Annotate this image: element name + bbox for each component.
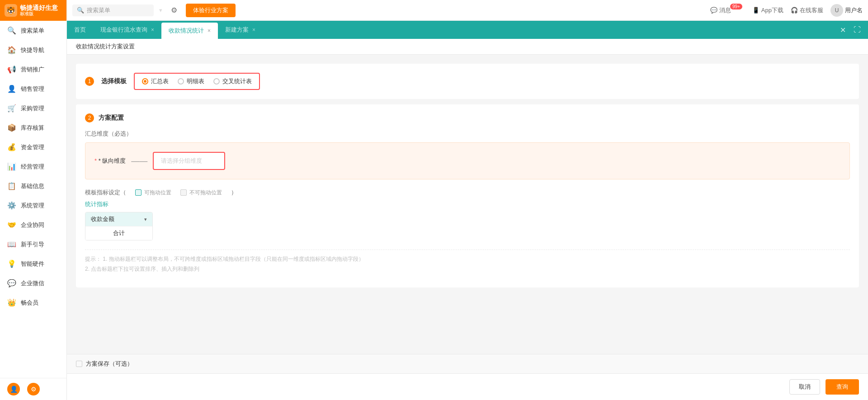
sidebar-item-8[interactable]: 📋 基础信息 <box>0 176 66 196</box>
step1-badge: 1 <box>85 77 94 86</box>
topbar-divider: ▾ <box>159 7 162 14</box>
logo: 🐯 畅捷通好生意 标准版 <box>0 0 66 21</box>
tab-payment-stats-close[interactable]: × <box>208 28 211 34</box>
metrics-table-row: 合计 <box>85 226 152 240</box>
metrics-table-header[interactable]: 收款金额 ▾ <box>85 212 152 226</box>
step2-label: 方案配置 <box>99 114 124 122</box>
sidebar-icon-8: 📋 <box>7 182 16 190</box>
radio-summary[interactable]: 汇总表 <box>142 77 169 85</box>
sidebar-item-12[interactable]: 💡 智能硬件 <box>0 254 66 273</box>
sidebar-icon-6: 💰 <box>7 143 16 151</box>
close-tab-button[interactable]: ✕ <box>837 24 848 35</box>
sidebar-item-3[interactable]: 👤 销售管理 <box>0 79 66 99</box>
sidebar-item-11[interactable]: 📖 新手引导 <box>0 235 66 254</box>
support-button[interactable]: 🎧 在线客服 <box>791 6 823 14</box>
sidebar-bottom-icon1[interactable]: 👤 <box>7 383 20 395</box>
step2-header: 2 方案配置 <box>85 113 850 122</box>
trial-button[interactable]: 体验行业方案 <box>186 4 236 17</box>
sidebar-item-5[interactable]: 📦 库存核算 <box>0 118 66 137</box>
app-name: 畅捷通好生意 <box>20 4 58 12</box>
sidebar-label-9: 系统管理 <box>21 202 44 210</box>
topbar-search[interactable]: 🔍 搜索菜单 <box>72 5 154 16</box>
query-button[interactable]: 查询 <box>826 379 859 395</box>
sidebar-item-2[interactable]: 📢 营销推广 <box>0 60 66 79</box>
download-label: App下载 <box>761 6 783 14</box>
sidebar-item-6[interactable]: 💰 资金管理 <box>0 137 66 157</box>
sidebar-item-10[interactable]: 🤝 企业协同 <box>0 215 66 235</box>
user-area[interactable]: U 用户名 <box>830 4 863 17</box>
tab-new-plan-close[interactable]: × <box>252 27 255 33</box>
settings-icon[interactable]: ⚙ <box>168 4 180 17</box>
sidebar-label-10: 企业协同 <box>21 221 44 229</box>
save-checkbox[interactable] <box>76 361 82 367</box>
notification-badge: 99+ <box>730 4 742 9</box>
sidebar-label-8: 基础信息 <box>21 182 44 190</box>
avatar: U <box>830 4 843 17</box>
sidebar-nav: 🔍 搜索菜单 🏠 快捷导航 📢 营销推广 👤 销售管理 🛒 采购管理 📦 库存核… <box>0 21 66 378</box>
required-mark: * <box>94 157 97 164</box>
radio-cross-label: 交叉统计表 <box>222 77 252 85</box>
sidebar-bottom-icon2[interactable]: ⚙ <box>27 383 40 395</box>
sidebar-icon-12: 💡 <box>7 259 16 268</box>
cancel-button[interactable]: 取消 <box>789 379 820 395</box>
notification-button[interactable]: 💬 消息 99+ <box>710 6 745 14</box>
maximize-button[interactable]: ⛶ <box>852 24 863 35</box>
message-icon: 💬 <box>710 7 717 14</box>
sidebar-item-4[interactable]: 🛒 采购管理 <box>0 99 66 118</box>
sidebar-item-1[interactable]: 🏠 快捷导航 <box>0 40 66 60</box>
sidebar-item-9[interactable]: ⚙️ 系统管理 <box>0 196 66 215</box>
sidebar-label-6: 资金管理 <box>21 143 44 151</box>
sidebar-label-3: 销售管理 <box>21 85 44 93</box>
tab-cash-flow-close[interactable]: × <box>151 27 154 33</box>
sidebar-icon-2: 📢 <box>7 65 16 74</box>
content-area: 收款情况统计方案设置 1 选择模板 汇总表 明细表 <box>67 39 868 400</box>
radio-dot-cross <box>213 78 220 85</box>
hint1: 提示： 1. 拖动标题栏可以调整布局，不可跨维度或指标区域拖动栏目字段（只能在同… <box>85 254 850 264</box>
dimension-placeholder: 请选择分组维度 <box>161 157 202 165</box>
sidebar-item-7[interactable]: 📊 经营管理 <box>0 157 66 176</box>
sidebar: 🐯 畅捷通好生意 标准版 🔍 搜索菜单 🏠 快捷导航 📢 营销推广 👤 销售管理… <box>0 0 67 400</box>
tab-cash-flow[interactable]: 现金银行流水查询 × <box>93 21 161 39</box>
hints-section: 提示： 1. 拖动标题栏可以调整布局，不可跨维度或指标区域拖动栏目字段（只能在同… <box>85 249 850 278</box>
sidebar-item-0[interactable]: 🔍 搜索菜单 <box>0 21 66 40</box>
username: 用户名 <box>845 6 863 14</box>
topbar-right: 💬 消息 99+ 📱 App下载 🎧 在线客服 U 用户名 <box>710 4 863 17</box>
sidebar-label-7: 经营管理 <box>21 163 44 171</box>
tab-payment-stats[interactable]: 收款情况统计 × <box>161 23 218 39</box>
dimension-select[interactable]: 请选择分组维度 <box>153 152 225 170</box>
radio-dot-summary <box>142 78 148 85</box>
download-button[interactable]: 📱 App下载 <box>752 6 783 14</box>
sub-section-title: 汇总维度（必选） <box>85 130 850 138</box>
search-icon: 🔍 <box>77 7 84 14</box>
sidebar-item-14[interactable]: 👑 畅会员 <box>0 293 66 312</box>
tab-new-plan[interactable]: 新建方案 × <box>218 21 263 39</box>
sidebar-icon-11: 📖 <box>7 240 16 249</box>
footer-section: 方案保存（可选） <box>67 354 868 373</box>
sidebar-label-0: 搜索菜单 <box>21 27 44 35</box>
dimension-area: * * 纵向维度 —— 请选择分组维度 <box>85 142 850 179</box>
sidebar-label-1: 快捷导航 <box>21 46 44 54</box>
sidebar-icon-0: 🔍 <box>7 26 16 35</box>
tab-home[interactable]: 首页 <box>67 21 93 39</box>
metrics-table: 收款金额 ▾ 合计 <box>85 212 153 240</box>
sidebar-item-13[interactable]: 💬 企业微信 <box>0 273 66 293</box>
sidebar-icon-1: 🏠 <box>7 46 16 54</box>
step2-section: 2 方案配置 汇总维度（必选） * * 纵向维度 —— 请选择分组维度 <box>76 104 859 287</box>
logo-icon: 🐯 <box>5 4 17 17</box>
metrics-section: 模板指标设定（ 可拖动位置 不可拖动位置 ） 统计指标 <box>85 188 850 240</box>
radio-cross[interactable]: 交叉统计表 <box>213 77 252 85</box>
non-draggable-label: 不可拖动位置 <box>189 189 222 197</box>
dimension-label: * * 纵向维度 <box>94 157 126 165</box>
tabbar: 首页 现金银行流水查询 × 收款情况统计 × 新建方案 × ✕ ⛶ <box>67 21 868 39</box>
tab-cash-flow-label: 现金银行流水查询 <box>100 26 147 34</box>
tabbar-actions: ✕ ⛶ <box>832 21 868 39</box>
tab-payment-stats-label: 收款情况统计 <box>169 27 204 35</box>
notification-label: 消息 <box>719 6 731 14</box>
sidebar-icon-14: 👑 <box>7 298 16 307</box>
dropdown-arrow-icon: ▾ <box>144 216 147 222</box>
step1-row: 1 选择模板 汇总表 明细表 交叉统计表 <box>85 73 850 90</box>
non-draggable-indicator: 不可拖动位置 <box>180 189 222 197</box>
radio-detail[interactable]: 明细表 <box>178 77 204 85</box>
sidebar-bottom: 👤 ⚙ <box>0 378 66 400</box>
radio-detail-label: 明细表 <box>187 77 204 85</box>
